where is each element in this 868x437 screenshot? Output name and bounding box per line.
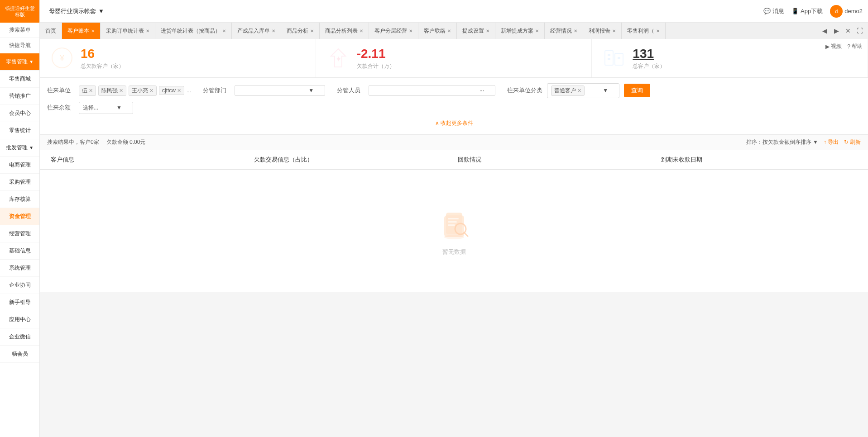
sidebar-item-retail-mgmt[interactable]: 零售管理 ▼ bbox=[0, 53, 39, 71]
tab-close-goods-analysis[interactable]: ✕ bbox=[310, 28, 314, 33]
sidebar-item-marketing[interactable]: 营销推广 bbox=[0, 88, 39, 105]
tab-business-status-label: 经营情况 bbox=[550, 27, 572, 35]
sidebar-item-purchase-mgmt[interactable]: 采购管理 bbox=[0, 174, 39, 191]
tab-profit-report-label: 利润报告 bbox=[589, 27, 610, 35]
tab-purchase-order[interactable]: 采购订单统计表 ✕ bbox=[101, 23, 155, 39]
tag-close-wu[interactable]: ✕ bbox=[89, 88, 93, 94]
stat-total-customers: ¥ 16 总欠款客户（家） bbox=[40, 39, 316, 77]
tab-close-profit-report[interactable]: ✕ bbox=[612, 28, 616, 33]
tab-promotion-settings[interactable]: 提成设置 ✕ bbox=[457, 23, 495, 39]
tab-close-retail-profit[interactable]: ✕ bbox=[656, 28, 660, 33]
export-btn[interactable]: ↑ 导出 bbox=[824, 138, 839, 146]
tab-close-customer-contact[interactable]: ✕ bbox=[447, 28, 451, 33]
sidebar-item-retail-mall[interactable]: 零售商城 bbox=[0, 71, 39, 88]
workspace-selector[interactable]: 母婴行业演示帐套 ▼ bbox=[45, 5, 108, 17]
stat-customers-icon: ¥ bbox=[51, 47, 73, 69]
balance-filter-label: 往来余额 bbox=[47, 104, 74, 112]
collapse-icon: ∧ bbox=[435, 120, 439, 126]
tag-more[interactable]: ... bbox=[187, 87, 191, 94]
tab-home-label: 首页 bbox=[45, 27, 56, 35]
tab-close-promotion-settings[interactable]: ✕ bbox=[486, 28, 489, 33]
tab-close-purchase-order[interactable]: ✕ bbox=[146, 28, 149, 33]
sidebar-item-capital-mgmt[interactable]: 资金管理 bbox=[0, 208, 39, 225]
sort-select[interactable]: 排序：按欠款金额倒序排序 ▼ bbox=[746, 138, 818, 146]
tab-close-customer-layered[interactable]: ✕ bbox=[409, 28, 412, 33]
balance-dropdown-icon: ▼ bbox=[116, 104, 122, 111]
tab-expand-btn[interactable]: ⛶ bbox=[855, 26, 864, 35]
sidebar-item-app-center[interactable]: 应用中心 bbox=[0, 311, 39, 328]
page-content: ¥ 16 总欠款客户（家） ✦ -2.11 欠款合计（ bbox=[40, 39, 868, 437]
sidebar-item-basic-info[interactable]: 基础信息 bbox=[0, 242, 39, 260]
unit-type-tag-close[interactable]: ✕ bbox=[577, 88, 581, 94]
sidebar-quicknav[interactable]: 快捷导航 bbox=[0, 38, 39, 53]
tab-customer-balance[interactable]: 客户账本 ✕ bbox=[62, 23, 101, 39]
tab-close-business-status[interactable]: ✕ bbox=[574, 28, 577, 33]
tab-goods-stats[interactable]: 进货单统计表（按商品） ✕ bbox=[155, 23, 232, 39]
sidebar-item-new-guide[interactable]: 新手引导 bbox=[0, 294, 39, 311]
svg-rect-4 bbox=[615, 53, 623, 65]
message-action[interactable]: 💬 消息 bbox=[763, 7, 784, 15]
dept-select-dropdown-icon: ▼ bbox=[308, 87, 314, 94]
tag-close-chen[interactable]: ✕ bbox=[119, 88, 123, 94]
sidebar-item-ecommerce-mgmt[interactable]: 电商管理 bbox=[0, 157, 39, 174]
sidebar-item-business-mgmt[interactable]: 经营管理 bbox=[0, 225, 39, 242]
sidebar-item-enterprise-wechat[interactable]: 企业微信 bbox=[0, 328, 39, 346]
filter-tag-wu: 伍 ✕ bbox=[79, 86, 96, 96]
tab-close-goods-stats[interactable]: ✕ bbox=[222, 28, 226, 33]
tag-close-cjttcw[interactable]: ✕ bbox=[177, 88, 181, 94]
dept-filter-select[interactable]: ▼ bbox=[235, 85, 325, 96]
tab-close-new-promotion[interactable]: ✕ bbox=[535, 28, 539, 33]
debt-amount-text: 欠款金额 0.00元 bbox=[106, 138, 146, 146]
export-label: 导出 bbox=[828, 138, 839, 146]
help-action[interactable]: ? 帮助 bbox=[847, 43, 863, 50]
tab-new-promotion[interactable]: 新增提成方案 ✕ bbox=[495, 23, 545, 39]
tab-goods-stats-label: 进货单统计表（按商品） bbox=[161, 27, 221, 35]
tab-goods-analysis-list[interactable]: 商品分析列表 ✕ bbox=[320, 23, 369, 39]
tag-close-wang[interactable]: ✕ bbox=[149, 88, 153, 94]
tab-customer-contact[interactable]: 客户联络 ✕ bbox=[418, 23, 457, 39]
tab-profit-report[interactable]: 利润报告 ✕ bbox=[583, 23, 622, 39]
sidebar-item-member[interactable]: 畅会员 bbox=[0, 346, 39, 363]
empty-state: 暂无数据 bbox=[40, 170, 868, 292]
tab-goods-analysis[interactable]: 商品分析 ✕ bbox=[281, 23, 320, 39]
collapse-btn[interactable]: ∧ 收起更多条件 bbox=[435, 118, 473, 129]
tab-product-inbound[interactable]: 产成品入库单 ✕ bbox=[232, 23, 281, 39]
person-filter-select[interactable]: ··· bbox=[369, 85, 495, 96]
tab-close-all-btn[interactable]: ✕ bbox=[844, 26, 853, 35]
tab-home[interactable]: 首页 bbox=[40, 23, 62, 39]
app-download-label: App下载 bbox=[801, 7, 823, 15]
sidebar-search[interactable]: 搜索菜单 bbox=[0, 23, 39, 38]
svg-rect-5 bbox=[608, 54, 610, 56]
sidebar-item-member-center[interactable]: 会员中心 bbox=[0, 105, 39, 122]
tab-close-product-inbound[interactable]: ✕ bbox=[272, 28, 275, 33]
tab-customer-contact-label: 客户联络 bbox=[424, 27, 446, 35]
avatar: d bbox=[830, 5, 843, 18]
sidebar-item-inventory-check[interactable]: 库存核算 bbox=[0, 191, 39, 208]
tab-prev-btn[interactable]: ◀ bbox=[820, 26, 829, 35]
total-clients-value[interactable]: 131 bbox=[633, 46, 665, 62]
tab-goods-analysis-label: 商品分析 bbox=[287, 27, 308, 35]
tab-close-goods-analysis-list[interactable]: ✕ bbox=[360, 28, 363, 33]
svg-line-15 bbox=[464, 233, 468, 236]
tab-business-status[interactable]: 经营情况 ✕ bbox=[545, 23, 583, 39]
tab-customer-layered[interactable]: 客户分层经营 ✕ bbox=[369, 23, 418, 39]
filter-row-1: 往来单位 伍 ✕ 陈民强 ✕ 王小亮 ✕ cjttcw bbox=[47, 83, 861, 98]
sidebar-item-enterprise-collab[interactable]: 企业协同 bbox=[0, 277, 39, 294]
unit-type-filter-select[interactable]: 普通客户 ✕ ▼ bbox=[547, 83, 619, 98]
user-menu[interactable]: d demo2 bbox=[830, 5, 863, 18]
video-action[interactable]: ▶ 视频 bbox=[825, 43, 842, 50]
query-button[interactable]: 查询 bbox=[624, 84, 650, 97]
sidebar-item-wholesale-mgmt[interactable]: 批发管理 ▼ bbox=[0, 139, 39, 157]
tab-next-btn[interactable]: ▶ bbox=[832, 26, 841, 35]
export-icon: ↑ bbox=[824, 139, 826, 145]
tab-close-customer-balance[interactable]: ✕ bbox=[91, 28, 95, 33]
refresh-label: 刷新 bbox=[850, 138, 861, 146]
balance-filter-select[interactable]: 选择... ▼ bbox=[79, 102, 133, 114]
app-download-action[interactable]: 📱 App下载 bbox=[791, 7, 823, 15]
sidebar-item-retail-stats[interactable]: 零售统计 bbox=[0, 122, 39, 139]
svg-text:✦: ✦ bbox=[335, 55, 341, 63]
refresh-btn[interactable]: ↻ 刷新 bbox=[844, 138, 861, 146]
sidebar-item-system-mgmt[interactable]: 系统管理 bbox=[0, 260, 39, 277]
tab-retail-profit[interactable]: 零售利润（ ✕ bbox=[622, 23, 666, 39]
debt-total-label: 欠款合计（万） bbox=[357, 62, 395, 70]
